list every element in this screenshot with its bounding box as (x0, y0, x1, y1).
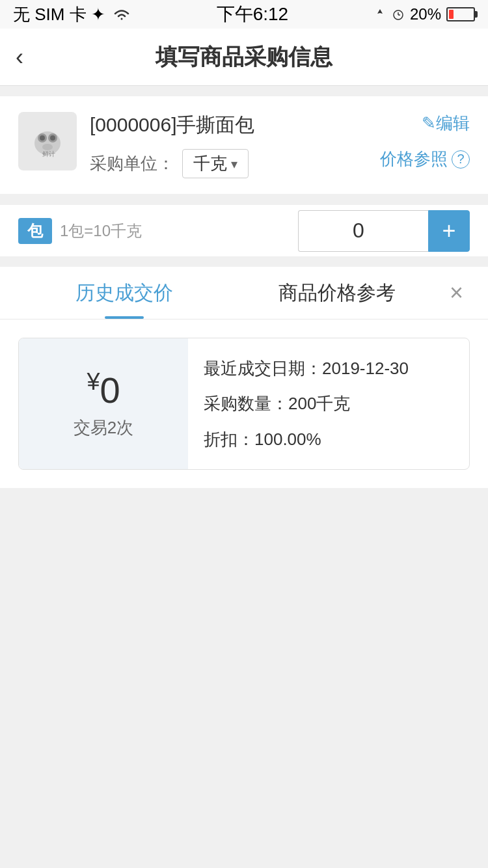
quantity-left: 包 1包=10千克 (18, 218, 142, 244)
recent-date-value: 2019-12-30 (322, 359, 409, 378)
product-unit-row: 采购单位： 千克 ▾ (90, 149, 254, 178)
price-panel-tabs: 历史成交价 商品价格参考 × (0, 267, 488, 319)
product-section: 鲜计 [0000006]手撕面包 采购单位： 千克 ▾ ✎编辑 价格参照 ? (0, 96, 488, 194)
qty-conversion: 1包=10千克 (60, 221, 142, 241)
price-ref-link[interactable]: 价格参照 ? (380, 148, 470, 170)
price-card-right: 最近成交日期：2019-12-30 采购数量：200千克 折扣：100.00% (188, 338, 469, 469)
battery-percent: 20% (410, 5, 441, 23)
status-left: 无 SIM 卡 ✦ (13, 3, 131, 26)
wifi-icon (112, 7, 131, 21)
price-panel: 历史成交价 商品价格参考 × ¥0 交易2次 最近成交日期：2019-12-30… (0, 267, 488, 488)
page-title: 填写商品采购信息 (156, 42, 332, 72)
product-left: 鲜计 [0000006]手撕面包 采购单位： 千克 ▾ (18, 112, 254, 178)
transaction-count: 交易2次 (74, 416, 133, 439)
unit-select[interactable]: 千克 ▾ (182, 149, 249, 178)
edit-button[interactable]: ✎编辑 (422, 112, 470, 135)
price-display: ¥0 (87, 368, 120, 411)
svg-point-8 (42, 144, 53, 150)
battery-indicator (446, 7, 475, 21)
recent-date-row: 最近成交日期：2019-12-30 (204, 357, 454, 380)
quantity-right: + (298, 210, 470, 252)
currency-symbol: ¥ (87, 368, 100, 395)
product-right: ✎编辑 价格参照 ? (380, 112, 470, 170)
owl-logo: 鲜计 (28, 125, 67, 157)
quantity-detail-label: 采购数量： (204, 394, 288, 413)
price-card-container: ¥0 交易2次 最近成交日期：2019-12-30 采购数量：200千克 折扣：… (0, 319, 488, 488)
discount-value: 100.00% (254, 429, 321, 449)
status-right: 20% (373, 5, 475, 23)
info-icon: ? (452, 150, 470, 169)
price-card: ¥0 交易2次 最近成交日期：2019-12-30 采购数量：200千克 折扣：… (18, 338, 470, 470)
quantity-plus-button[interactable]: + (428, 210, 470, 252)
alarm-icon (392, 8, 405, 21)
bottom-area (0, 488, 488, 868)
unit-value: 千克 (193, 152, 227, 175)
nav-bar: ‹ 填写商品采购信息 (0, 29, 488, 86)
recent-date-label: 最近成交日期： (204, 359, 322, 378)
price-value: 0 (100, 370, 120, 411)
unit-label: 采购单位： (90, 152, 174, 175)
product-name: [0000006]手撕面包 (90, 112, 254, 139)
status-time: 下午6:12 (217, 2, 289, 27)
close-panel-button[interactable]: × (443, 279, 470, 306)
product-thumbnail: 鲜计 (18, 112, 77, 170)
svg-point-6 (40, 135, 45, 141)
back-button[interactable]: ‹ (16, 44, 23, 71)
tab-product-price-ref[interactable]: 商品价格参考 (230, 267, 442, 319)
quantity-row: 采购数量：200千克 (204, 392, 454, 415)
location-icon (373, 8, 386, 21)
unit-badge: 包 (18, 218, 52, 244)
product-info: [0000006]手撕面包 采购单位： 千克 ▾ (90, 112, 254, 178)
price-ref-label: 价格参照 (380, 148, 448, 170)
discount-row: 折扣：100.00% (204, 427, 454, 451)
status-bar: 无 SIM 卡 ✦ 下午6:12 20% (0, 0, 488, 29)
svg-point-7 (50, 135, 55, 141)
price-card-left: ¥0 交易2次 (19, 338, 188, 469)
signal-text: 无 SIM 卡 ✦ (13, 3, 105, 26)
chevron-down-icon: ▾ (231, 156, 237, 172)
quantity-section: 包 1包=10千克 + (0, 204, 488, 256)
discount-label: 折扣： (204, 429, 254, 449)
svg-text:鲜计: 鲜计 (42, 150, 55, 157)
quantity-input[interactable] (298, 210, 428, 252)
quantity-detail-value: 200千克 (288, 394, 350, 413)
tab-history-price[interactable]: 历史成交价 (18, 267, 230, 319)
